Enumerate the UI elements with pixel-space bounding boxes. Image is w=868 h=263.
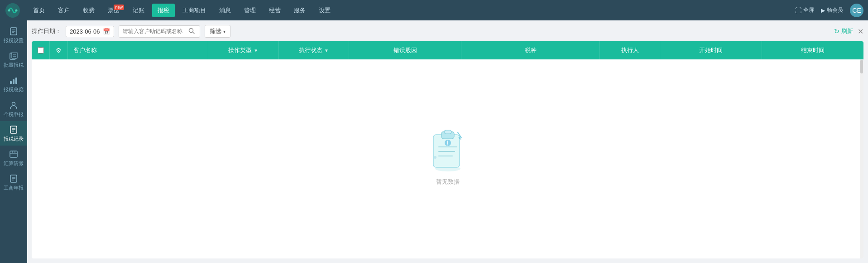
nav-item-home[interactable]: 首页: [28, 4, 50, 17]
nav-item-commerce[interactable]: 工商项目: [177, 4, 211, 17]
sidebar-item-tax-records[interactable]: 报税记录: [0, 121, 27, 146]
svg-point-2: [15, 9, 18, 11]
tax-overview-icon: [9, 75, 19, 85]
svg-point-14: [12, 102, 15, 105]
batch-tax-icon: [9, 51, 19, 61]
filter-label: 筛选: [210, 27, 221, 35]
sidebar-label-annual-report: 工商年报: [4, 185, 24, 191]
annual-report-icon: [9, 174, 19, 184]
sidebar-item-annual-settlement[interactable]: 汇算清缴: [0, 146, 27, 170]
th-error-reason-label: 错误股因: [393, 46, 417, 54]
svg-rect-12: [13, 79, 14, 84]
refresh-label: 刷新: [841, 27, 853, 35]
empty-state: 暂无数据: [425, 123, 470, 186]
new-badge: new: [114, 5, 124, 10]
empty-text: 暂无数据: [436, 178, 460, 186]
tax-settings-icon: [9, 26, 19, 36]
th-exec-status[interactable]: 执行状态 ▼: [279, 41, 350, 59]
svg-line-28: [192, 32, 194, 34]
sidebar-label-individual-tax: 个税申报: [4, 112, 24, 117]
refresh-button[interactable]: ↻ 刷新: [834, 27, 853, 35]
svg-rect-19: [10, 151, 17, 157]
fullscreen-btn[interactable]: ⛶ 全屏: [795, 6, 814, 14]
select-all-checkbox[interactable]: [38, 47, 44, 54]
annual-settlement-icon: [9, 149, 19, 159]
op-type-sort-icon: ▼: [254, 48, 258, 53]
nav-item-message[interactable]: 消息: [214, 4, 236, 17]
sidebar-item-annual-report[interactable]: 工商年报: [0, 170, 27, 195]
nav-right: ⛶ 全屏 ▶ 畅会员 CE: [795, 4, 863, 17]
th-end-time: 结束时间: [762, 41, 863, 59]
th-error-reason: 错误股因: [349, 41, 461, 59]
search-input[interactable]: [123, 28, 186, 34]
nav-item-bookkeeping[interactable]: 记账: [127, 4, 150, 17]
sidebar-label-tax-settings: 报税设置: [4, 38, 24, 44]
svg-point-38: [447, 144, 448, 145]
sidebar-label-tax-records: 报税记录: [4, 136, 24, 142]
date-label: 操作日期：: [32, 27, 61, 35]
individual-tax-icon: [9, 100, 19, 110]
nav-item-billing[interactable]: 收费: [77, 4, 100, 17]
chevron-down-icon: ▾: [223, 29, 225, 34]
close-button[interactable]: ✕: [858, 27, 863, 36]
th-op-type-label: 操作类型: [228, 46, 252, 54]
content-area: 操作日期： 2023-06-06 📅 筛选 ▾ ↻: [27, 20, 868, 263]
svg-rect-8: [12, 52, 17, 58]
th-start-time-label: 开始时间: [699, 46, 723, 54]
svg-rect-11: [10, 81, 12, 84]
top-nav: 首页 客户 收费 票据 new 记账 报税 工商项目 消息 管理 经营 服务 设…: [0, 0, 868, 20]
sidebar-item-individual-tax[interactable]: 个税申报: [0, 97, 27, 121]
nav-item-operation[interactable]: 经营: [264, 4, 286, 17]
main-layout: 报税设置 批量报税 报税总览: [0, 20, 868, 263]
th-tax-type: 税种: [461, 41, 600, 59]
nav-item-management[interactable]: 管理: [239, 4, 261, 17]
column-settings-icon[interactable]: ⚙: [56, 47, 62, 54]
search-icon[interactable]: [188, 28, 195, 35]
nav-item-tax[interactable]: 报税: [152, 4, 175, 17]
th-customer-name-label: 客户名称: [73, 46, 97, 54]
svg-point-41: [434, 156, 436, 159]
table-header: ⚙ 客户名称 操作类型 ▼ 执行状态 ▼ 错误股因 税种: [32, 41, 863, 59]
member-btn[interactable]: ▶ 畅会员: [821, 6, 843, 14]
sidebar: 报税设置 批量报税 报税总览: [0, 20, 27, 263]
date-picker[interactable]: 2023-06-06 📅: [66, 26, 114, 37]
nav-item-customer[interactable]: 客户: [53, 4, 75, 17]
th-executor: 执行人: [600, 41, 660, 59]
date-value: 2023-06-06: [70, 28, 100, 35]
search-box: [119, 25, 200, 38]
empty-illustration: [425, 123, 470, 173]
avatar[interactable]: CE: [850, 4, 863, 17]
table-body: 暂无数据: [32, 59, 863, 258]
table-wrapper: ⚙ 客户名称 操作类型 ▼ 执行状态 ▼ 错误股因 税种: [32, 41, 863, 258]
calendar-icon: 📅: [103, 28, 110, 35]
sidebar-item-tax-overview[interactable]: 报税总览: [0, 72, 27, 96]
filter-button[interactable]: 筛选 ▾: [205, 25, 230, 38]
th-executor-label: 执行人: [621, 46, 639, 54]
sidebar-item-tax-settings[interactable]: 报税设置: [0, 23, 27, 47]
scroll-thumb[interactable]: [860, 60, 863, 73]
th-end-time-label: 结束时间: [801, 46, 825, 54]
nav-items: 首页 客户 收费 票据 new 记账 报税 工商项目 消息 管理 经营 服务 设…: [28, 4, 795, 17]
toolbar: 操作日期： 2023-06-06 📅 筛选 ▾ ↻: [32, 25, 863, 38]
nav-item-settings[interactable]: 设置: [313, 4, 336, 17]
th-start-time: 开始时间: [660, 41, 762, 59]
th-settings: ⚙: [50, 41, 68, 59]
nav-item-service[interactable]: 服务: [288, 4, 311, 17]
sidebar-label-annual-settlement: 汇算清缴: [4, 161, 24, 166]
sidebar-label-tax-overview: 报税总览: [4, 87, 24, 93]
refresh-icon: ↻: [834, 28, 839, 35]
logo[interactable]: [5, 2, 21, 19]
th-customer-name: 客户名称: [68, 41, 208, 59]
th-checkbox: [32, 41, 50, 59]
sidebar-item-batch-tax[interactable]: 批量报税: [0, 47, 27, 72]
th-exec-status-label: 执行状态: [299, 46, 322, 54]
svg-rect-13: [15, 78, 17, 84]
th-op-type[interactable]: 操作类型 ▼: [208, 41, 279, 59]
scrollbar[interactable]: [860, 59, 863, 258]
sidebar-label-batch-tax: 批量报税: [4, 62, 24, 68]
exec-status-sort-icon: ▼: [324, 48, 329, 53]
svg-rect-32: [444, 130, 451, 134]
svg-point-42: [460, 138, 461, 140]
nav-item-invoice[interactable]: 票据 new: [102, 4, 125, 17]
th-tax-type-label: 税种: [525, 46, 537, 54]
